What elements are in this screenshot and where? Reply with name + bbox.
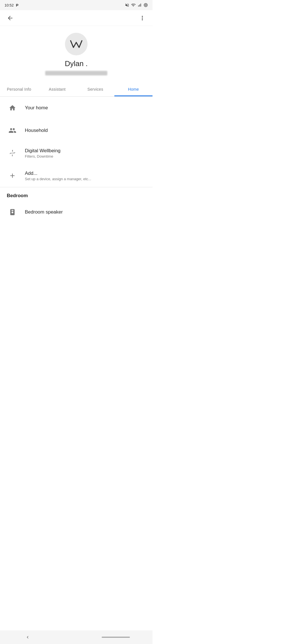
target-icon (143, 3, 148, 7)
status-right (125, 3, 148, 7)
list-item-add[interactable]: Add... Set up a device, assign a manager… (0, 164, 152, 187)
status-time: 10:52 (5, 3, 14, 7)
top-bar (0, 10, 152, 26)
tabs: Personal Info Assistant Services Home (0, 83, 152, 97)
list-item-household[interactable]: Household (0, 119, 152, 142)
more-button[interactable] (137, 12, 148, 24)
digital-wellbeing-title: Digital Wellbeing (25, 148, 60, 154)
user-email-blurred (45, 71, 107, 75)
tab-personal-info[interactable]: Personal Info (0, 83, 38, 96)
bedroom-items-list: Bedroom speaker (0, 201, 152, 223)
svg-point-0 (145, 5, 146, 6)
signal-icon (137, 3, 142, 7)
add-title: Add... (25, 171, 91, 176)
household-title: Household (25, 128, 48, 133)
list-item-bedroom-speaker[interactable]: Bedroom speaker (0, 201, 152, 223)
mute-icon (125, 3, 129, 7)
status-left: 10:52 P (5, 3, 18, 7)
back-button[interactable] (5, 12, 16, 24)
wifi-icon (131, 3, 136, 7)
plus-icon (7, 170, 18, 181)
tab-assistant[interactable]: Assistant (38, 83, 76, 96)
your-home-text: Your home (25, 105, 48, 111)
digital-wellbeing-text: Digital Wellbeing Filters, Downtime (25, 148, 60, 158)
add-subtitle: Set up a device, assign a manager, etc..… (25, 177, 91, 181)
user-name: Dylan . (65, 59, 88, 68)
profile-section: Dylan . (0, 26, 152, 83)
add-text: Add... Set up a device, assign a manager… (25, 171, 91, 181)
bedroom-speaker-text: Bedroom speaker (25, 209, 63, 215)
list-item-digital-wellbeing[interactable]: Digital Wellbeing Filters, Downtime (0, 142, 152, 164)
list-item-your-home[interactable]: Your home (0, 97, 152, 119)
home-items-list: Your home Household (0, 97, 152, 187)
your-home-title: Your home (25, 105, 48, 111)
pinwheel-icon (7, 147, 18, 159)
household-text: Household (25, 128, 48, 133)
avatar (65, 33, 88, 55)
status-bar: 10:52 P (0, 0, 152, 10)
tab-home[interactable]: Home (114, 83, 152, 96)
people-icon (7, 125, 18, 136)
bedroom-section-header: Bedroom (0, 187, 152, 201)
speaker-icon (7, 206, 18, 218)
home-icon (7, 102, 18, 114)
bedroom-speaker-title: Bedroom speaker (25, 209, 63, 215)
parking-icon: P (16, 3, 19, 7)
tab-services[interactable]: Services (76, 83, 114, 96)
digital-wellbeing-subtitle: Filters, Downtime (25, 154, 60, 158)
